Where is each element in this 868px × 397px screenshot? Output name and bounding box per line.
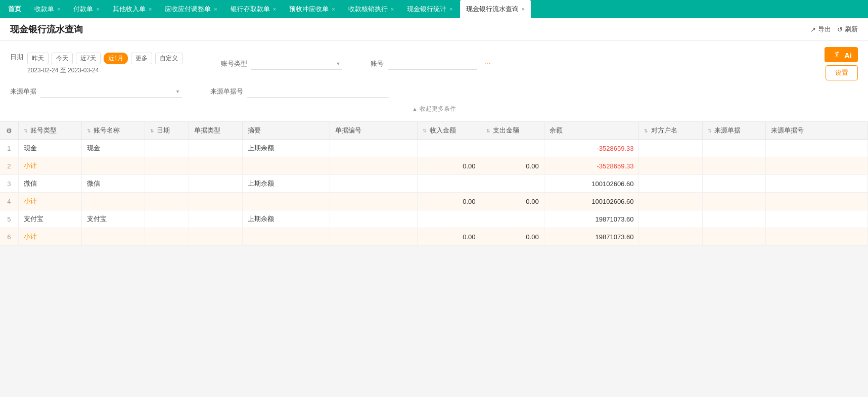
cell-counterpart [639, 157, 702, 175]
col-expense[interactable]: ⇅ 支出金额 [481, 122, 544, 140]
account-type-label: 账号类型 [221, 59, 247, 68]
export-button[interactable]: ↗ 导出 [810, 25, 831, 34]
collapse-bar[interactable]: ▲ 收起更多条件 [10, 103, 858, 115]
col-source-doc-no[interactable]: 来源单据号 [765, 122, 867, 140]
cell-account-type: 小计 [18, 193, 81, 210]
cell-summary [242, 228, 330, 246]
nav-verify[interactable]: 收款核销执行 × [342, 0, 400, 18]
row-index: 3 [0, 175, 18, 193]
nav-verify-close[interactable]: × [391, 6, 394, 12]
nav-bank-deposit-close[interactable]: × [273, 6, 276, 12]
col-date[interactable]: ⇅ 日期 [145, 122, 189, 140]
nav-payment[interactable]: 付款单 × [67, 0, 105, 18]
table-row: 2 小计 0.00 0.00 -3528659.33 [0, 157, 868, 175]
source-doc-label: 来源单据 [10, 87, 36, 96]
ai-badge[interactable]: Ai [838, 49, 858, 62]
col-income[interactable]: ⇅ 收入金额 [418, 122, 481, 140]
nav-cash-stat[interactable]: 现金银行统计 × [401, 0, 459, 18]
account-dots-btn[interactable]: ··· [481, 58, 493, 69]
nav-cash-stat-close[interactable]: × [449, 6, 452, 12]
cell-account-type: 支付宝 [18, 210, 81, 228]
row-index: 2 [0, 157, 18, 175]
cell-expense [481, 210, 544, 228]
source-doc-select[interactable] [40, 85, 182, 98]
nav-bank-deposit[interactable]: 银行存取款单 × [224, 0, 282, 18]
col-doc-no[interactable]: 单据编号 [330, 122, 418, 140]
date-filter-label: 日期 [10, 53, 23, 62]
cell-summary [242, 157, 330, 175]
col-summary[interactable]: 摘要 [242, 122, 330, 140]
date-btn-yesterday[interactable]: 昨天 [27, 53, 49, 64]
sort-icon-income: ⇅ [423, 128, 427, 134]
account-type-select[interactable]: 现金 微信 支付宝 [251, 58, 342, 70]
account-input[interactable] [388, 58, 477, 70]
cell-income: 0.00 [418, 157, 481, 175]
nav-prepay-label: 预收冲应收单 [289, 5, 329, 14]
cell-expense [481, 140, 544, 157]
source-doc-no-input[interactable] [247, 85, 389, 98]
col-doc-type[interactable]: 单据类型 [189, 122, 242, 140]
date-btn-custom[interactable]: 自定义 [155, 53, 182, 64]
filter-row-1: 日期 昨天 今天 近7天 近1月 更多 自定义 2023-02-24 至 202… [10, 47, 858, 80]
col-source-doc[interactable]: ⇅ 来源单据 [702, 122, 765, 140]
cell-balance: -3528659.33 [544, 140, 639, 157]
nav-cash-flow-label: 现金银行流水查询 [466, 5, 519, 14]
cell-source-doc [702, 193, 765, 210]
col-balance[interactable]: 余额 [544, 122, 639, 140]
cell-doc-type [189, 210, 242, 228]
nav-other-income[interactable]: 其他收入单 × [107, 0, 158, 18]
nav-adjust[interactable]: 应收应付调整单 × [159, 0, 223, 18]
cell-income [418, 140, 481, 157]
date-btn-1month[interactable]: 近1月 [104, 53, 128, 64]
cell-account-type: 小计 [18, 157, 81, 175]
settings-button[interactable]: 设置 [826, 65, 858, 80]
nav-receipt-close[interactable]: × [57, 6, 60, 12]
sort-icon-account-type: ⇅ [24, 128, 28, 134]
cell-source-doc [702, 175, 765, 193]
row-index: 5 [0, 210, 18, 228]
nav-payment-close[interactable]: × [96, 6, 99, 12]
table-container: ⚙ ⇅ 账号类型 ⇅ 账号名称 ⇅ 日期 单据类型 摘要 [0, 122, 868, 246]
collapse-arrow-icon: ▲ [412, 106, 418, 113]
cell-date [145, 228, 189, 246]
cell-doc-no [330, 193, 418, 210]
nav-prepay-close[interactable]: × [332, 6, 335, 12]
nav-payment-label: 付款单 [73, 5, 93, 14]
col-account-name[interactable]: ⇅ 账号名称 [81, 122, 145, 140]
nav-cash-flow-close[interactable]: × [522, 6, 525, 12]
cell-source-doc-no [765, 193, 867, 210]
nav-other-income-close[interactable]: × [149, 6, 152, 12]
date-btn-7days[interactable]: 近7天 [76, 53, 101, 64]
nav-cash-flow[interactable]: 现金银行流水查询 × [460, 0, 531, 18]
account-type-select-wrapper: 现金 微信 支付宝 [251, 58, 342, 70]
export-label: 导出 [818, 25, 831, 34]
cell-balance: -3528659.33 [544, 157, 639, 175]
date-options-row: 昨天 今天 近7天 近1月 更多 自定义 [27, 53, 182, 64]
nav-adjust-close[interactable]: × [214, 6, 217, 12]
col-counterpart[interactable]: ⇅ 对方户名 [639, 122, 702, 140]
source-doc-no-filter: 来源单据号 [210, 85, 389, 98]
date-options-group: 昨天 今天 近7天 近1月 更多 自定义 2023-02-24 至 2023-0… [27, 53, 182, 75]
nav-prepay[interactable]: 预收冲应收单 × [283, 0, 341, 18]
date-btn-today[interactable]: 今天 [52, 53, 73, 64]
nav-home[interactable]: 首页 [2, 0, 27, 18]
cell-source-doc-no [765, 157, 867, 175]
cell-summary: 上期余额 [242, 175, 330, 193]
cell-date [145, 157, 189, 175]
cell-balance: 100102606.60 [544, 175, 639, 193]
cell-summary: 上期余额 [242, 140, 330, 157]
table-row: 4 小计 0.00 0.00 100102606.60 [0, 193, 868, 210]
nav-receipt[interactable]: 收款单 × [28, 0, 66, 18]
date-btn-more[interactable]: 更多 [131, 53, 152, 64]
cell-income: 0.00 [418, 193, 481, 210]
cell-counterpart [639, 193, 702, 210]
refresh-button[interactable]: ↺ 刷新 [837, 25, 858, 34]
col-account-type[interactable]: ⇅ 账号类型 [18, 122, 81, 140]
cell-account-name [81, 157, 145, 175]
cell-account-name: 微信 [81, 175, 145, 193]
cell-source-doc-no [765, 228, 867, 246]
gear-icon[interactable]: ⚙ [6, 127, 12, 135]
page-header: 现金银行流水查询 ↗ 导出 ↺ 刷新 [0, 18, 868, 41]
refresh-label: 刷新 [845, 25, 858, 34]
col-gear[interactable]: ⚙ [0, 122, 18, 140]
